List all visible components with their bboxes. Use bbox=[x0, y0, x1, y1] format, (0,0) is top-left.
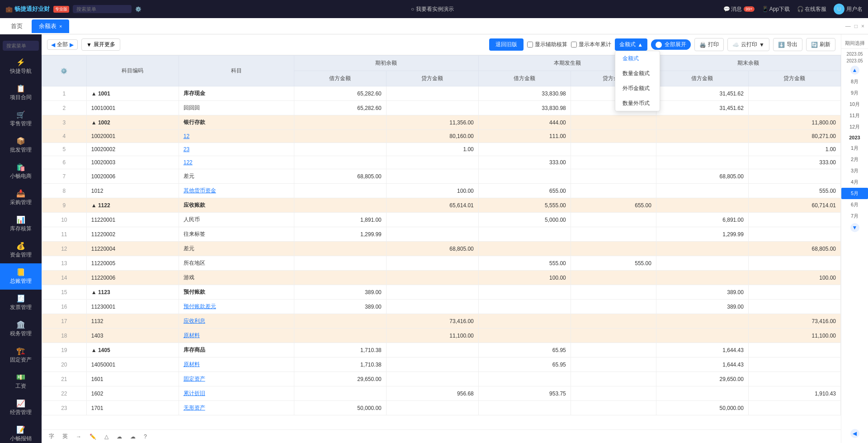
tab-balance-sheet[interactable]: 余额表 × bbox=[32, 19, 69, 33]
show-aux-check[interactable]: 显示辅助核算 bbox=[527, 41, 567, 48]
account-name-link[interactable]: 预付账款差元 bbox=[184, 303, 216, 310]
sidebar-item-sales-report[interactable]: 📝 小畅报销 bbox=[0, 421, 42, 443]
sidebar-item-tax[interactable]: 🏛️ 税务管理 bbox=[0, 316, 42, 342]
message-btn[interactable]: 💬 消息 99+ bbox=[723, 5, 754, 13]
cell-rownum: 15 bbox=[42, 285, 87, 300]
expand-more-btn[interactable]: ▼ 展开更多 bbox=[81, 38, 120, 51]
month-5[interactable]: 5月 bbox=[841, 188, 868, 199]
bottom-icon-triangle[interactable]: △ bbox=[104, 433, 108, 440]
user-avatar[interactable]: U 用户名 bbox=[834, 4, 863, 14]
window-close-btn[interactable]: × bbox=[861, 23, 864, 29]
amount-mode-dropdown[interactable]: 金额式 ▲ 金额式 数量金额式 外币金额式 数量外币式 bbox=[615, 38, 647, 51]
month-9[interactable]: 9月 bbox=[841, 87, 868, 99]
account-name-link[interactable]: 原材料 bbox=[184, 332, 200, 338]
amount-option-qty-amount[interactable]: 数量金额式 bbox=[615, 66, 660, 81]
cloud-print-btn[interactable]: ☁️ 云打印 ▼ bbox=[727, 38, 769, 51]
cell-name[interactable]: 原材料 bbox=[179, 329, 294, 343]
bottom-icon-zh[interactable]: 字 bbox=[49, 433, 54, 440]
sidebar-item-fixed-assets[interactable]: 🏗️ 固定资产 bbox=[0, 342, 42, 368]
bottom-icon-help[interactable]: ? bbox=[144, 433, 147, 440]
cell-name[interactable]: 累计折旧 bbox=[179, 386, 294, 401]
sidebar-item-capital[interactable]: 💰 资金管理 bbox=[0, 237, 42, 263]
sidebar-item-business[interactable]: 📈 经营管理 bbox=[0, 395, 42, 421]
period-nav-down[interactable]: ▼ bbox=[850, 223, 859, 232]
sidebar-item-wholesale[interactable]: 📦 批发管理 bbox=[0, 132, 42, 158]
aux-check-input[interactable] bbox=[527, 42, 533, 48]
month-6[interactable]: 6月 bbox=[841, 199, 868, 210]
window-min-btn[interactable]: — bbox=[845, 23, 851, 29]
export-btn[interactable]: ⬇️ 导出 bbox=[773, 38, 802, 51]
sidebar-item-quick-nav[interactable]: ⚡ 快捷导航 bbox=[0, 53, 42, 80]
bottom-icon-arrow[interactable]: → bbox=[76, 433, 81, 440]
cell-name[interactable]: 固定资产 bbox=[179, 372, 294, 386]
account-name-link[interactable]: 无形资产 bbox=[184, 405, 205, 411]
tab-close-icon[interactable]: × bbox=[59, 24, 62, 29]
account-name-link[interactable]: 122 bbox=[184, 159, 193, 166]
sidebar-item-ecommerce[interactable]: 🛍️ 小畅电商 bbox=[0, 158, 42, 185]
account-name-link[interactable]: 原材料 bbox=[184, 361, 200, 367]
expand-all-toggle[interactable]: 全部展开 bbox=[651, 39, 691, 50]
sidebar-item-general-ledger[interactable]: 📒 总账管理 bbox=[0, 263, 42, 290]
sidebar-item-retail[interactable]: 🛒 零售管理 bbox=[0, 106, 42, 132]
month-3[interactable]: 3月 bbox=[841, 165, 868, 176]
online-service-btn[interactable]: 🎧 在线客服 bbox=[797, 5, 826, 13]
cell-name[interactable]: 其他货币资金 bbox=[179, 184, 294, 198]
ytd-check-input[interactable] bbox=[571, 42, 577, 48]
sidebar-item-invoice[interactable]: 🧾 发票管理 bbox=[0, 290, 42, 316]
bottom-icon-cloud1[interactable]: ☁ bbox=[117, 433, 122, 440]
account-name-link[interactable]: 23 bbox=[184, 146, 189, 152]
month-10[interactable]: 10月 bbox=[841, 99, 868, 110]
account-name-link[interactable]: 12 bbox=[184, 133, 189, 139]
print-btn[interactable]: 🖨️ 打印 bbox=[694, 38, 724, 51]
account-name-link[interactable]: 应收利息 bbox=[184, 318, 205, 324]
app-download-btn[interactable]: 📱 App下载 bbox=[762, 5, 790, 13]
sidebar-item-purchase[interactable]: 📥 采购管理 bbox=[0, 185, 42, 211]
return-old-version-btn[interactable]: 退回旧版 bbox=[489, 38, 524, 51]
account-name-link[interactable]: 固定资产 bbox=[184, 376, 205, 382]
sidebar-item-inventory[interactable]: 📊 库存核算 bbox=[0, 211, 42, 237]
period-nav-up[interactable]: ▲ bbox=[850, 66, 859, 75]
amount-mode-btn[interactable]: 金额式 ▲ bbox=[615, 38, 647, 51]
cell-rownum: 5 bbox=[42, 143, 87, 156]
cell-name[interactable]: 原材料 bbox=[179, 357, 294, 372]
amount-option-foreign-amount[interactable]: 外币金额式 bbox=[615, 81, 660, 96]
account-name-link[interactable]: 累计折旧 bbox=[184, 390, 205, 396]
filter-right-arrow[interactable]: ▶ bbox=[70, 42, 74, 48]
cell-name[interactable]: 12 bbox=[179, 130, 294, 143]
month-2[interactable]: 2月 bbox=[841, 154, 868, 165]
bottom-icon-cloud2[interactable]: ☁ bbox=[130, 433, 136, 440]
cell-name[interactable]: 应收利息 bbox=[179, 314, 294, 329]
bottom-icon-edit[interactable]: ✏️ bbox=[90, 433, 96, 440]
cell-name[interactable]: 预付账款差元 bbox=[179, 300, 294, 314]
th-settings[interactable]: ⚙️ bbox=[42, 56, 87, 86]
demo-link[interactable]: ○ 我要看实例演示 bbox=[411, 5, 454, 13]
amount-option-qty-foreign[interactable]: 数量外币式 bbox=[615, 96, 660, 111]
show-ytd-check[interactable]: 显示本年累计 bbox=[571, 41, 611, 48]
amount-option-amount[interactable]: 金额式 bbox=[615, 51, 660, 66]
month-8[interactable]: 8月 bbox=[841, 76, 868, 87]
cell-name[interactable]: 122 bbox=[179, 156, 294, 169]
cell-name[interactable]: 23 bbox=[179, 143, 294, 156]
panel-fold-btn[interactable]: ◀ bbox=[850, 429, 859, 438]
month-12[interactable]: 12月 bbox=[841, 121, 868, 133]
month-4[interactable]: 4月 bbox=[841, 176, 868, 188]
sidebar-search-input[interactable] bbox=[3, 41, 39, 51]
month-7[interactable]: 7月 bbox=[841, 210, 868, 222]
account-name-link[interactable]: 其他货币资金 bbox=[184, 187, 216, 194]
global-search-input[interactable] bbox=[73, 5, 132, 13]
content-area: ◀ 全部 ▶ ▼ 展开更多 退回旧版 显示辅助核算 显示本年累计 bbox=[42, 34, 841, 443]
cell-ob-credit: 11,356.00 bbox=[386, 115, 478, 130]
settings-icon[interactable]: ⚙️ bbox=[135, 6, 142, 12]
cell-name[interactable]: 无形资产 bbox=[179, 401, 294, 415]
cell-code: ▲ 1405 bbox=[86, 343, 179, 357]
month-1[interactable]: 1月 bbox=[841, 143, 868, 154]
tab-home[interactable]: 首页 bbox=[4, 19, 30, 33]
month-11[interactable]: 11月 bbox=[841, 110, 868, 121]
refresh-btn[interactable]: 🔄 刷新 bbox=[806, 38, 835, 51]
sidebar-item-quick-nav-label: 快捷导航 bbox=[2, 67, 40, 75]
window-max-btn[interactable]: □ bbox=[854, 23, 858, 29]
filter-left-arrow[interactable]: ◀ bbox=[51, 42, 55, 48]
sidebar-item-project[interactable]: 📋 项目合同 bbox=[0, 80, 42, 106]
bottom-icon-en[interactable]: 英 bbox=[62, 433, 68, 440]
sidebar-item-salary[interactable]: 💵 工资 bbox=[0, 368, 42, 395]
